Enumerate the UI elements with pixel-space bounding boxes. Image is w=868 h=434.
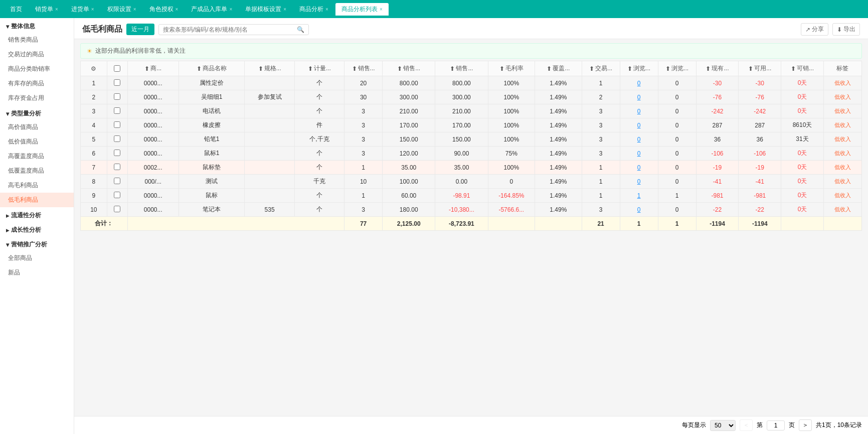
col-header-browse1[interactable]: ⬆ 浏览... (620, 61, 658, 76)
cell-browse1[interactable]: 0 (620, 132, 658, 147)
col-header-settings[interactable]: ⚙ (81, 61, 107, 76)
cell-check[interactable] (107, 189, 127, 203)
cell-browse1[interactable]: 0 (620, 175, 658, 189)
col-header-tag[interactable]: 标签 (823, 61, 861, 76)
cell-check[interactable] (107, 90, 127, 104)
cell-check[interactable] (107, 132, 127, 147)
sidebar-item-in-stock[interactable]: 有库存的商品 (0, 76, 74, 91)
col-header-sales-qty[interactable]: ⬆ 销售... (344, 61, 383, 76)
close-icon[interactable]: × (380, 7, 383, 12)
prev-page-button[interactable]: ＜ (740, 419, 753, 431)
cell-browse1[interactable]: 0 (620, 161, 658, 175)
cell-check[interactable] (107, 104, 127, 118)
sidebar-item-high-value[interactable]: 高价值商品 (0, 120, 74, 134)
sidebar-group-type-analysis[interactable]: ▾ 类型量分析 (0, 105, 74, 120)
sidebar-item-all-goods[interactable]: 全部商品 (0, 251, 74, 265)
cell-sales-qty: 1 (344, 161, 383, 175)
cell-gross-rate: -5766.6... (488, 203, 535, 217)
total-label: 共1页，10条记录 (816, 421, 862, 429)
row-checkbox[interactable] (114, 150, 120, 156)
row-checkbox[interactable] (114, 135, 120, 142)
sidebar-item-high-coverage[interactable]: 高覆盖度商品 (0, 149, 74, 164)
row-checkbox[interactable] (114, 206, 120, 212)
sidebar-item-low-coverage[interactable]: 低覆盖度商品 (0, 164, 74, 178)
nav-item-home[interactable]: 首页 (4, 3, 28, 16)
sidebar-item-stock-funds[interactable]: 库存资金占用 (0, 91, 74, 105)
close-icon[interactable]: × (55, 7, 58, 12)
close-icon[interactable]: × (91, 7, 94, 12)
nav-item-roles[interactable]: 角色授权 × (143, 3, 185, 16)
close-icon[interactable]: × (283, 7, 286, 12)
sidebar-item-low-margin[interactable]: 低毛利商品 (0, 193, 74, 207)
nav-item-purchase[interactable]: 进货单 × (65, 3, 100, 16)
nav-item-goods-analysis-list[interactable]: 商品分析列表 × (335, 3, 389, 16)
sidebar-group-marketing[interactable]: ▾ 营销推广分析 (0, 236, 74, 251)
col-header-browse2[interactable]: ⬆ 浏览... (658, 61, 696, 76)
col-header-sellable[interactable]: ⬆ 可销... (781, 61, 824, 76)
col-header-spec[interactable]: ⬆ 规格... (245, 61, 294, 76)
col-header-trade[interactable]: ⬆ 交易... (582, 61, 620, 76)
export-button[interactable]: ⬇ 导出 (832, 23, 860, 36)
nav-item-template[interactable]: 单据模板设置 × (239, 3, 292, 16)
cell-check[interactable] (107, 175, 127, 189)
select-all-checkbox[interactable] (114, 65, 120, 72)
sidebar-group-overall[interactable]: ▾ 整体信息 (0, 18, 74, 33)
row-checkbox[interactable] (114, 192, 120, 198)
nav-item-sales[interactable]: 销货单 × (29, 3, 64, 16)
row-checkbox[interactable] (114, 178, 120, 184)
row-checkbox[interactable] (114, 107, 120, 114)
close-icon[interactable]: × (133, 7, 136, 12)
sidebar-item-traded-goods[interactable]: 交易过的商品 (0, 47, 74, 62)
sidebar-item-high-margin[interactable]: 高毛利商品 (0, 178, 74, 193)
page-input[interactable] (767, 420, 785, 430)
cell-sales-profit: -98.91 (435, 189, 488, 203)
row-checkbox[interactable] (114, 121, 120, 128)
main-layout: ▾ 整体信息 销售类商品 交易过的商品 商品分类助销率 有库存的商品 库存资金占… (0, 18, 868, 434)
cell-check[interactable] (107, 203, 127, 217)
footer-trade: 21 (582, 217, 620, 231)
cell-check[interactable] (107, 76, 127, 90)
close-icon[interactable]: × (176, 7, 179, 12)
nav-item-goods-analysis[interactable]: 商品分析 × (293, 3, 334, 16)
cell-check[interactable] (107, 147, 127, 161)
sidebar-item-sales-goods[interactable]: 销售类商品 (0, 33, 74, 47)
share-button[interactable]: ↗ 分享 (801, 23, 828, 36)
cell-code: 0000... (127, 118, 179, 132)
sidebar-group-liquidity[interactable]: ▸ 流通性分析 (0, 207, 74, 222)
nav-item-permissions[interactable]: 权限设置 × (101, 3, 142, 16)
row-checkbox[interactable] (114, 93, 120, 100)
nav-item-product-entry[interactable]: 产成品入库单 × (185, 3, 238, 16)
col-header-checkbox[interactable] (107, 61, 127, 76)
col-header-gross-rate[interactable]: ⬆ 毛利率 (488, 61, 535, 76)
col-header-unit[interactable]: ⬆ 计量... (294, 61, 344, 76)
search-input[interactable] (163, 26, 295, 33)
row-checkbox[interactable] (114, 164, 120, 170)
sidebar-group-growth[interactable]: ▸ 成长性分析 (0, 222, 74, 236)
cell-check[interactable] (107, 118, 127, 132)
cell-browse1[interactable]: 0 (620, 104, 658, 118)
next-page-button[interactable]: ＞ (799, 419, 812, 431)
cell-browse1[interactable]: 0 (620, 118, 658, 132)
cell-browse1[interactable]: 0 (620, 147, 658, 161)
per-page-select[interactable]: 50 100 200 (710, 420, 736, 431)
close-icon[interactable]: × (325, 7, 328, 12)
cell-browse1[interactable]: 0 (620, 90, 658, 104)
search-icon[interactable]: 🔍 (297, 26, 304, 33)
col-header-available[interactable]: ⬆ 可用... (739, 61, 781, 76)
filter-recent-month-button[interactable]: 近一月 (126, 24, 154, 35)
cell-browse1[interactable]: 0 (620, 76, 658, 90)
col-header-sales-amt[interactable]: ⬆ 销售... (383, 61, 435, 76)
sidebar-item-low-value[interactable]: 低价值商品 (0, 134, 74, 149)
close-icon[interactable]: × (229, 7, 232, 12)
col-header-sales-profit[interactable]: ⬆ 销售... (435, 61, 488, 76)
cell-check[interactable] (107, 161, 127, 175)
row-checkbox[interactable] (114, 79, 120, 86)
col-header-name[interactable]: ⬆ 商品名称 (179, 61, 245, 76)
cell-browse1[interactable]: 1 (620, 189, 658, 203)
col-header-current-stock[interactable]: ⬆ 现有... (696, 61, 739, 76)
col-header-code[interactable]: ⬆ 商... (127, 61, 179, 76)
cell-browse1[interactable]: 0 (620, 203, 658, 217)
sidebar-item-new-goods[interactable]: 新品 (0, 265, 74, 280)
col-header-coverage[interactable]: ⬆ 覆盖... (535, 61, 582, 76)
sidebar-item-category-assist[interactable]: 商品分类助销率 (0, 62, 74, 76)
